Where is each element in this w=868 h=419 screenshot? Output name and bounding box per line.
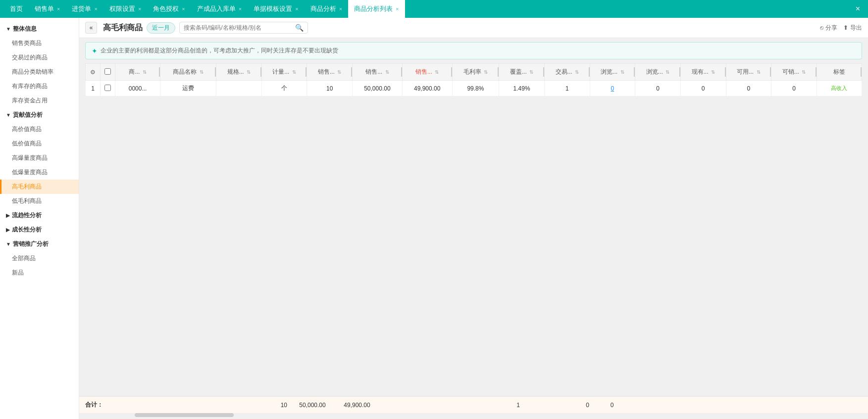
close-icon[interactable]: ×: [182, 6, 185, 12]
sidebar-group-trend[interactable]: ▶ 流趋性分析: [0, 208, 79, 223]
sidebar-group-growth[interactable]: ▶ 成长性分析: [0, 223, 79, 237]
sidebar-item-traded-goods[interactable]: 交易过的商品: [0, 50, 79, 65]
sidebar-collapse-button[interactable]: «: [85, 22, 97, 34]
close-icon[interactable]: ×: [138, 6, 141, 12]
row-num: 1: [86, 81, 101, 96]
close-icon[interactable]: ×: [94, 6, 97, 12]
filter-recent-month-button[interactable]: 近一月: [147, 22, 175, 34]
sidebar-item-sales-goods[interactable]: 销售类商品: [0, 36, 79, 50]
sidebar-item-low-explosion[interactable]: 低爆量度商品: [0, 165, 79, 180]
row-sales-amount: 50,000.00: [352, 81, 402, 96]
col-resizer[interactable]: [861, 67, 862, 77]
sort-icon[interactable]: ⇅: [292, 69, 296, 75]
nav-tab-permission[interactable]: 权限设置 ×: [103, 0, 147, 18]
footer-sales-qty: 10: [107, 402, 290, 409]
nav-tab-sales[interactable]: 销售单 ×: [29, 0, 66, 18]
table-footer: 合计： 10 50,000.00 49,900.00 1 0 0: [79, 396, 868, 413]
gear-icon[interactable]: ⚙: [90, 69, 96, 76]
sort-icon[interactable]: ⇅: [337, 69, 341, 75]
footer-sales-amount: 50,000.00: [290, 402, 335, 409]
sort-icon[interactable]: ⇅: [484, 69, 488, 75]
col-header-spec: 规格... ⇅: [216, 64, 262, 81]
col-header-checkbox[interactable]: [101, 64, 115, 81]
col-header-unit: 计量... ⇅: [261, 64, 307, 81]
row-current: 0: [680, 81, 726, 96]
sort-icon[interactable]: ⇅: [529, 69, 533, 75]
horizontal-scrollbar[interactable]: [85, 413, 862, 417]
row-sales-profit: 49,900.00: [402, 81, 452, 96]
col-header-tag: 标签: [817, 64, 862, 81]
select-all-checkbox[interactable]: [104, 68, 111, 75]
close-icon[interactable]: ×: [339, 6, 342, 12]
data-table: ⚙ 商... ⇅ 商品名称 ⇅: [85, 63, 862, 96]
row-checkbox-cell[interactable]: [101, 81, 115, 96]
nav-tab-purchase[interactable]: 进货单 ×: [66, 0, 103, 18]
row-checkbox[interactable]: [104, 85, 111, 91]
sort-icon[interactable]: ⇅: [200, 69, 204, 75]
header-actions: ⎋ 分享 ⬆ 导出: [820, 24, 862, 32]
col-header-browse2: 浏览... ⇅: [635, 64, 681, 81]
sidebar-item-all-goods[interactable]: 全部商品: [0, 251, 79, 266]
sort-icon[interactable]: ⇅: [711, 69, 715, 75]
close-all-button[interactable]: ×: [852, 4, 864, 13]
nav-tab-product-inbound[interactable]: 产成品入库单 ×: [191, 0, 248, 18]
sort-icon[interactable]: ⇅: [802, 69, 806, 75]
sort-icon[interactable]: ⇅: [757, 69, 761, 75]
sidebar-group-marketing[interactable]: ▼ 营销推广分析: [0, 237, 79, 251]
row-tag: 高收入: [817, 81, 862, 96]
table-header-row: ⚙ 商... ⇅ 商品名称 ⇅: [86, 64, 862, 81]
col-header-coverage: 覆盖... ⇅: [499, 64, 545, 81]
export-button[interactable]: ⬆ 导出: [843, 24, 862, 32]
nav-tab-home[interactable]: 首页: [4, 0, 29, 18]
search-icon[interactable]: 🔍: [295, 24, 304, 32]
info-banner: ✦ 企业的主要的利润都是这部分商品创造的，可考虑加大推广，同时关注库存是不要出现…: [85, 42, 862, 59]
row-spec: [216, 81, 262, 96]
chevron-right-icon: ▶: [6, 213, 10, 218]
scrollbar-thumb[interactable]: [135, 413, 234, 417]
row-browse1[interactable]: 0: [590, 81, 635, 96]
sort-icon[interactable]: ⇅: [575, 69, 579, 75]
sidebar-item-low-margin[interactable]: 低毛利商品: [0, 194, 79, 208]
sidebar-item-category-rate[interactable]: 商品分类助销率: [0, 65, 79, 79]
col-header-name: 商品名称 ⇅: [160, 64, 216, 81]
share-button[interactable]: ⎋ 分享: [820, 24, 837, 32]
nav-tab-template[interactable]: 单据模板设置 ×: [248, 0, 304, 18]
sidebar: ▼ 整体信息 销售类商品 交易过的商品 商品分类助销率 有库存的商品 库存资金占…: [0, 18, 79, 419]
chevron-right-icon: ▶: [6, 227, 10, 233]
nav-tab-analysis[interactable]: 商品分析 ×: [305, 0, 348, 18]
share-icon: ⎋: [820, 24, 823, 31]
sidebar-item-high-margin[interactable]: 高毛利商品: [0, 180, 79, 194]
footer-sales-profit: 49,900.00: [335, 402, 379, 409]
nav-tab-analysis-list[interactable]: 商品分析列表 ×: [348, 0, 405, 18]
sidebar-group-contribution[interactable]: ▼ 贡献值分析: [0, 108, 79, 122]
search-box[interactable]: 🔍: [179, 22, 308, 34]
sidebar-item-new-goods[interactable]: 新品: [0, 266, 79, 280]
sort-icon[interactable]: ⇅: [247, 69, 251, 75]
sidebar-group-overall[interactable]: ▼ 整体信息: [0, 22, 79, 36]
sort-icon[interactable]: ⇅: [620, 69, 624, 75]
footer-current: 0: [523, 402, 592, 409]
sidebar-item-high-explosion[interactable]: 高爆量度商品: [0, 151, 79, 165]
close-icon[interactable]: ×: [295, 6, 298, 12]
close-icon[interactable]: ×: [57, 6, 60, 12]
row-code: 0000...: [115, 81, 160, 96]
footer-label: 合计：: [85, 401, 103, 409]
sidebar-item-in-stock[interactable]: 有库存的商品: [0, 79, 79, 93]
sort-icon[interactable]: ⇅: [385, 69, 389, 75]
sort-icon[interactable]: ⇅: [665, 69, 669, 75]
sidebar-item-high-value[interactable]: 高价值商品: [0, 122, 79, 137]
sidebar-item-low-value[interactable]: 低价值商品: [0, 137, 79, 151]
sidebar-item-stock-capital[interactable]: 库存资金占用: [0, 93, 79, 108]
col-header-browse1: 浏览... ⇅: [590, 64, 635, 81]
footer-cells: 10 50,000.00 49,900.00 1 0 0: [107, 402, 862, 409]
sort-icon[interactable]: ⇅: [435, 69, 439, 75]
col-header-gear[interactable]: ⚙: [86, 64, 101, 81]
row-transaction: 1: [544, 81, 590, 96]
content-area: « 高毛利商品 近一月 🔍 ⎋ 分享 ⬆ 导出: [79, 18, 868, 419]
close-icon[interactable]: ×: [239, 6, 242, 12]
search-input[interactable]: [184, 24, 295, 31]
sort-icon[interactable]: ⇅: [143, 69, 147, 75]
col-header-transaction: 交易... ⇅: [544, 64, 590, 81]
close-icon[interactable]: ×: [396, 6, 399, 12]
nav-tab-role[interactable]: 角色授权 ×: [147, 0, 191, 18]
